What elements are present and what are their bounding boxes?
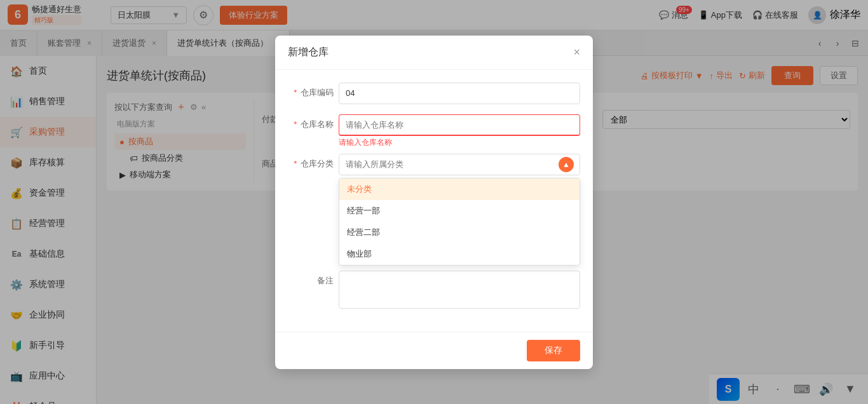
save-button[interactable]: 保存: [527, 340, 580, 361]
dropdown-option-dept1[interactable]: 经营一部: [339, 200, 580, 222]
category-dropdown-arrow[interactable]: ▲: [559, 157, 574, 172]
modal-title: 新增仓库: [288, 46, 329, 59]
new-warehouse-modal: 新增仓库 × * 仓库编码 * 仓库名称 请输入仓库名称: [275, 36, 593, 369]
remark-textarea[interactable]: [339, 271, 580, 309]
category-input[interactable]: [339, 154, 580, 175]
modal-close-button[interactable]: ×: [573, 46, 580, 58]
warehouse-remark-row: 备注: [288, 271, 580, 309]
dropdown-option-unclassified[interactable]: 未分类: [339, 178, 580, 200]
warehouse-name-row: * 仓库名称 请输入仓库名称: [288, 114, 580, 136]
name-label: * 仓库名称: [288, 114, 339, 130]
warehouse-code-input[interactable]: [339, 83, 580, 104]
name-error-msg: 请输入仓库名称: [339, 137, 392, 148]
modal-overlay: 新增仓库 × * 仓库编码 * 仓库名称 请输入仓库名称: [0, 0, 868, 404]
warehouse-category-row: * 仓库分类 ▲ 未分类 经营一部 经营二部 物业部: [288, 154, 580, 175]
warehouse-code-row: * 仓库编码: [288, 83, 580, 104]
remark-label: 备注: [288, 271, 339, 286]
category-label: * 仓库分类: [288, 154, 339, 170]
warehouse-name-input[interactable]: [339, 114, 580, 136]
modal-footer: 保存: [275, 332, 593, 369]
modal-body: * 仓库编码 * 仓库名称 请输入仓库名称 * 仓库分类: [275, 70, 593, 332]
modal-header: 新增仓库 ×: [275, 36, 593, 70]
dropdown-option-dept2[interactable]: 经营二部: [339, 222, 580, 243]
category-dropdown-list: 未分类 经营一部 经营二部 物业部: [339, 178, 580, 266]
code-label: * 仓库编码: [288, 83, 339, 98]
dropdown-option-property[interactable]: 物业部: [339, 243, 580, 265]
category-select-wrap: ▲ 未分类 经营一部 经营二部 物业部: [339, 154, 580, 175]
